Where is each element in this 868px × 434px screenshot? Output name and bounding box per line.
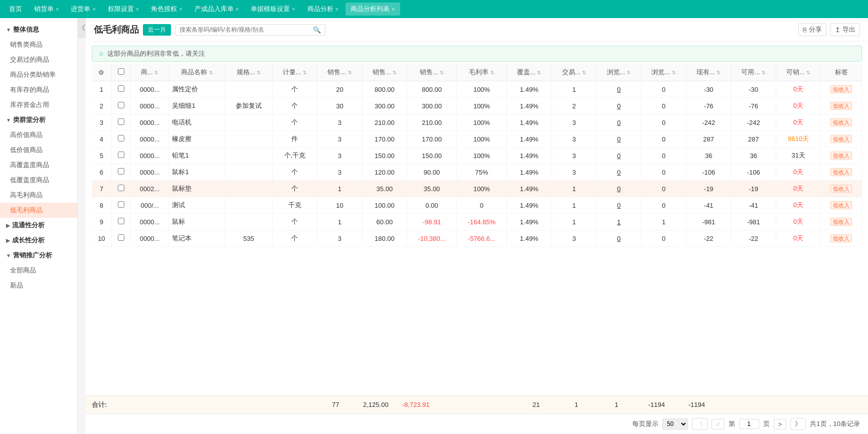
row-checkbox[interactable]: [111, 131, 130, 148]
row-check[interactable]: [118, 185, 124, 191]
nav-product-analysis-list[interactable]: 商品分析列表 ×: [345, 3, 400, 16]
sidebar-item-in-stock[interactable]: 有库存的商品: [0, 82, 77, 97]
sidebar-item-low-coverage[interactable]: 低覆盖度商品: [0, 173, 77, 188]
next-btn[interactable]: >: [774, 419, 787, 429]
export-button[interactable]: ↥ 导出: [830, 23, 860, 36]
row-check[interactable]: [118, 135, 124, 141]
sidebar-item-new-products[interactable]: 新品: [0, 278, 77, 293]
sidebar-group-growth[interactable]: ▶ 成长性分析: [0, 233, 77, 248]
sidebar-group-cluster[interactable]: ▼ 类群堂分析: [0, 112, 77, 127]
col-avail[interactable]: 可用... ⇅: [731, 64, 776, 81]
nav-product-entry-close[interactable]: ×: [236, 6, 239, 12]
row-view1[interactable]: 0: [596, 181, 641, 197]
col-code[interactable]: 商... ⇅: [130, 64, 169, 81]
row-sellable: 31天: [776, 148, 820, 164]
row-checkbox[interactable]: [111, 164, 130, 181]
sidebar-item-high-margin[interactable]: 高毛利商品: [0, 188, 77, 203]
row-view1[interactable]: 0: [596, 230, 641, 247]
sidebar-item-traded-products[interactable]: 交易过的商品: [0, 52, 77, 67]
row-view1[interactable]: 0: [596, 131, 641, 148]
col-sellable[interactable]: 可销... ⇅: [776, 64, 820, 81]
table-wrapper[interactable]: ⚙ 商... ⇅ 商品名称 ⇅ 规格... ⇅ 计量... ⇅ 销售... ⇅ …: [86, 64, 868, 395]
col-stock[interactable]: 现有... ⇅: [686, 64, 731, 81]
nav-purchase-close[interactable]: ×: [92, 6, 95, 12]
nav-role[interactable]: 角色授权 ×: [146, 3, 187, 16]
col-name[interactable]: 商品名称 ⇅: [169, 64, 225, 81]
col-sales2[interactable]: 销售... ⇅: [362, 64, 407, 81]
sidebar-item-low-value[interactable]: 低价值商品: [0, 142, 77, 158]
sidebar-item-high-value[interactable]: 高价值商品: [0, 127, 77, 142]
col-gross[interactable]: 毛利率 ⇅: [457, 64, 507, 81]
col-spec[interactable]: 规格... ⇅: [225, 64, 273, 81]
row-check[interactable]: [118, 218, 124, 224]
sidebar-group-marketing[interactable]: ▼ 营销推广分析: [0, 248, 77, 263]
col-check[interactable]: [111, 64, 130, 81]
col-view1[interactable]: 浏览... ⇅: [596, 64, 641, 81]
row-view1[interactable]: 0: [596, 98, 641, 114]
row-stock: -22: [686, 230, 731, 247]
nav-product-list-close[interactable]: ×: [392, 6, 395, 12]
row-check[interactable]: [118, 201, 124, 208]
row-checkbox[interactable]: [111, 214, 130, 230]
row-checkbox[interactable]: [111, 98, 130, 114]
row-view1[interactable]: 0: [596, 114, 641, 131]
sidebar-item-category-sales[interactable]: 商品分类助销率: [0, 67, 77, 82]
prev-btn[interactable]: <: [712, 419, 725, 429]
row-check[interactable]: [118, 234, 124, 241]
row-tag: 低收入: [821, 164, 862, 181]
share-button[interactable]: ⎘ 分享: [798, 23, 826, 36]
row-view1[interactable]: 0: [596, 197, 641, 214]
row-check[interactable]: [118, 152, 124, 158]
nav-purchase[interactable]: 进货单 ×: [66, 3, 100, 16]
nav-permission-close[interactable]: ×: [136, 6, 139, 12]
row-checkbox[interactable]: [111, 114, 130, 131]
row-view1[interactable]: 0: [596, 81, 641, 98]
sidebar-item-high-coverage[interactable]: 高覆盖度商品: [0, 158, 77, 173]
row-checkbox[interactable]: [111, 81, 130, 98]
row-check[interactable]: [118, 85, 124, 92]
row-checkbox[interactable]: [111, 197, 130, 214]
period-button[interactable]: 近一月: [143, 24, 171, 36]
col-coverage[interactable]: 覆盖... ⇅: [507, 64, 552, 81]
nav-home[interactable]: 首页: [4, 3, 27, 16]
row-view1[interactable]: 1: [596, 214, 641, 230]
sidebar-group-circulation[interactable]: ▶ 流通性分析: [0, 218, 77, 233]
nav-sales-close[interactable]: ×: [56, 6, 59, 12]
sidebar-item-capital[interactable]: 库存资金占用: [0, 97, 77, 112]
row-checkbox[interactable]: [111, 148, 130, 164]
row-check[interactable]: [118, 168, 124, 175]
col-sales1[interactable]: 销售... ⇅: [317, 64, 362, 81]
table-footer: 合计: 77 2,125.00 -8,723.91 21 1 1 -1194 -…: [86, 395, 868, 413]
sidebar-item-sales-products[interactable]: 销售类商品: [0, 37, 77, 52]
nav-permission[interactable]: 权限设置 ×: [103, 3, 144, 16]
row-view1[interactable]: 0: [596, 164, 641, 181]
nav-template[interactable]: 单据模板设置 ×: [246, 3, 300, 16]
nav-sales[interactable]: 销货单 ×: [29, 3, 64, 16]
next-page-btn[interactable]: 》: [790, 418, 806, 430]
nav-product-entry[interactable]: 产成品入库单 ×: [190, 3, 244, 16]
sidebar-group-overall[interactable]: ▼ 整体信息: [0, 22, 77, 37]
col-sales3[interactable]: 销售... ⇅: [407, 64, 457, 81]
select-all-checkbox[interactable]: [118, 68, 124, 75]
nav-product-analysis-close[interactable]: ×: [335, 6, 338, 12]
row-checkbox[interactable]: [111, 181, 130, 197]
nav-role-close[interactable]: ×: [179, 6, 182, 12]
page-size-select[interactable]: 50 20 100: [662, 418, 688, 429]
page-input[interactable]: [739, 419, 759, 429]
search-input[interactable]: [180, 26, 311, 33]
row-check[interactable]: [118, 118, 124, 125]
row-view1[interactable]: 0: [596, 148, 641, 164]
sidebar-item-low-margin[interactable]: 低毛利商品: [0, 203, 77, 218]
search-icon[interactable]: 🔍: [313, 26, 321, 34]
col-view2[interactable]: 浏览... ⇅: [641, 64, 686, 81]
row-checkbox[interactable]: [111, 230, 130, 247]
col-settings[interactable]: ⚙: [92, 64, 111, 81]
nav-template-close[interactable]: ×: [292, 6, 295, 12]
row-check[interactable]: [118, 102, 124, 108]
col-trans[interactable]: 交易... ⇅: [552, 64, 596, 81]
nav-product-analysis[interactable]: 商品分析 ×: [302, 3, 343, 16]
col-unit[interactable]: 计量... ⇅: [272, 64, 317, 81]
sidebar-item-all-products[interactable]: 全部商品: [0, 263, 77, 278]
prev-page-btn[interactable]: 《: [692, 418, 708, 430]
sidebar-collapse-btn[interactable]: 《: [78, 18, 86, 38]
